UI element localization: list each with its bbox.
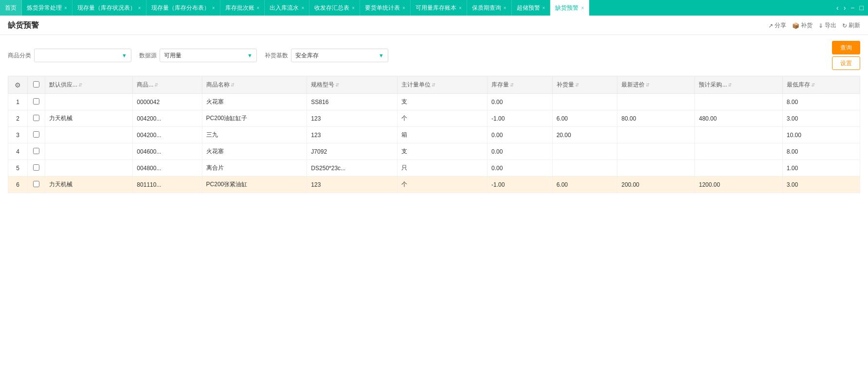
export-btn[interactable]: ⇓ 导出: [818, 21, 836, 30]
cell-check[interactable]: [28, 127, 45, 143]
cell-last-price: [617, 160, 695, 176]
cell-check[interactable]: [28, 160, 45, 176]
cell-spec: J7092: [307, 143, 398, 160]
tab-keyong[interactable]: 可用量库存账本×: [411, 0, 467, 16]
prev-tab-btn[interactable]: ‹: [834, 0, 841, 16]
row-checkbox-4[interactable]: [33, 164, 39, 171]
cell-spec: SS816: [307, 94, 398, 110]
next-tab-btn[interactable]: ›: [841, 0, 849, 16]
cell-stock: -1.00: [488, 110, 553, 127]
cell-last-price: [617, 127, 695, 143]
sort-stock-icon[interactable]: ⇵: [510, 82, 514, 88]
table-container: ⚙ 默认供应... ⇵ 商品... ⇵: [0, 76, 868, 193]
tab-close-chaoe[interactable]: ×: [542, 5, 545, 11]
cell-code: 004200...: [133, 110, 202, 127]
replenish-base-value: 安全库存: [295, 52, 319, 60]
tab-quehuo[interactable]: 缺货预警×: [550, 0, 589, 16]
cell-seq: 6: [8, 176, 28, 193]
cell-replenish: 20.00: [552, 127, 617, 143]
cell-stock: 0.00: [488, 94, 553, 110]
tab-chaoe[interactable]: 超储预警×: [512, 0, 551, 16]
tabs-container: 首页炼货异常处理×现存量（库存状况表）×现存量（库存分布表）×库存批次账×出入库…: [0, 0, 589, 16]
tab-kucun[interactable]: 库存批次账×: [220, 0, 265, 16]
cell-check[interactable]: [28, 110, 45, 127]
cell-unit: 个: [398, 110, 488, 127]
tab-close-quehuo[interactable]: ×: [581, 5, 584, 11]
tab-baozhi[interactable]: 保质期查询×: [467, 0, 512, 16]
tab-close-xianzun1[interactable]: ×: [138, 5, 141, 11]
share-btn[interactable]: ↗ 分享: [768, 21, 786, 30]
col-header-min-stock: 最低库存 ⇵: [782, 76, 860, 94]
replenish-base-select[interactable]: 安全库存 ▼: [291, 49, 388, 62]
cell-est-purchase: [695, 143, 782, 160]
filter-area: 商品分类 ▼ 数据源 可用量 ▼ 补货基数 安全库存 ▼ 查询 设置: [0, 35, 868, 76]
tab-close-shouhuo[interactable]: ×: [352, 5, 355, 11]
refresh-btn[interactable]: ↻ 刷新: [842, 21, 860, 30]
tab-close-chuku[interactable]: ×: [301, 5, 304, 11]
tab-chuku[interactable]: 出入库流水×: [265, 0, 309, 16]
query-button[interactable]: 查询: [832, 41, 860, 54]
replenish-btn[interactable]: 📦 补货: [792, 21, 813, 30]
sort-purchase-icon[interactable]: ⇵: [728, 82, 732, 88]
datasource-select[interactable]: 可用量 ▼: [160, 49, 257, 62]
sort-spec-icon[interactable]: ⇵: [335, 82, 339, 88]
cell-name: 三九: [202, 127, 307, 143]
tab-close-baozhi[interactable]: ×: [504, 5, 506, 11]
cell-min-stock: 1.00: [782, 160, 860, 176]
table-row[interactable]: 3004200...三九123箱0.0020.0010.00: [8, 127, 860, 143]
sort-price-icon[interactable]: ⇵: [646, 82, 650, 88]
category-select[interactable]: ▼: [34, 49, 131, 62]
tab-close-keyong[interactable]: ×: [459, 5, 462, 11]
export-icon: ⇓: [818, 22, 823, 29]
table-row[interactable]: 2力天机械004200...PC200油缸缸子123个-1.006.0080.0…: [8, 110, 860, 127]
cell-check[interactable]: [28, 94, 45, 110]
row-checkbox-5[interactable]: [33, 181, 39, 187]
table-header-row: ⚙ 默认供应... ⇵ 商品... ⇵: [8, 76, 860, 94]
page-container: 缺货预警 ↗ 分享 📦 补货 ⇓ 导出 ↻ 刷新 商品分类: [0, 16, 868, 387]
cell-last-price: 200.00: [617, 176, 695, 193]
cell-unit: 只: [398, 160, 488, 176]
settings-button[interactable]: 设置: [832, 56, 860, 70]
cell-check[interactable]: [28, 176, 45, 193]
table-row[interactable]: 5004800...离合片DS250*23c...只0.001.00: [8, 160, 860, 176]
cell-seq: 4: [8, 143, 28, 160]
cell-replenish: 6.00: [552, 110, 617, 127]
tab-close-xianzun2[interactable]: ×: [212, 5, 215, 11]
table-row[interactable]: 6力天机械801110...PC200张紧油缸123个-1.006.00200.…: [8, 176, 860, 193]
tab-close-lianyao[interactable]: ×: [64, 5, 67, 11]
sort-replenish-icon[interactable]: ⇵: [575, 82, 579, 88]
cell-name: PC200油缸缸子: [202, 110, 307, 127]
tab-close-yaohuo[interactable]: ×: [402, 5, 405, 11]
table-body: 10000042火花塞SS816支0.008.002力天机械004200...P…: [8, 94, 860, 193]
row-checkbox-1[interactable]: [33, 115, 39, 121]
sort-unit-icon[interactable]: ⇵: [432, 82, 435, 88]
tab-yaohuo[interactable]: 要货单统计表×: [360, 0, 411, 16]
cell-last-price: [617, 94, 695, 110]
col-header-est-purchase: 预计采购... ⇵: [695, 76, 782, 94]
row-checkbox-0[interactable]: [33, 98, 39, 105]
gear-icon[interactable]: ⚙: [15, 81, 21, 89]
tab-xianzun2[interactable]: 现存量（库存分布表）×: [146, 0, 220, 16]
tab-shouhuo[interactable]: 收发存汇总表×: [309, 0, 360, 16]
sort-supplier-icon[interactable]: ⇵: [78, 82, 82, 88]
minimize-btn[interactable]: −: [848, 0, 857, 16]
sort-min-stock-icon[interactable]: ⇵: [811, 82, 815, 88]
sort-code-icon[interactable]: ⇵: [154, 82, 158, 88]
tab-close-kucun[interactable]: ×: [257, 5, 260, 11]
table-row[interactable]: 4004600...火花塞J7092支0.008.00: [8, 143, 860, 160]
row-checkbox-3[interactable]: [33, 148, 39, 154]
page-title: 缺货预警: [8, 20, 39, 31]
row-checkbox-2[interactable]: [33, 131, 39, 138]
cell-check[interactable]: [28, 143, 45, 160]
replenish-icon: 📦: [792, 22, 799, 29]
table-row[interactable]: 10000042火花塞SS816支0.008.00: [8, 94, 860, 110]
col-header-settings[interactable]: ⚙: [8, 76, 28, 94]
cell-replenish: [552, 160, 617, 176]
tab-lianyao[interactable]: 炼货异常处理×: [22, 0, 72, 16]
col-header-spec: 规格型号 ⇵: [307, 76, 398, 94]
tab-home[interactable]: 首页: [0, 0, 22, 16]
sort-name-icon[interactable]: ⇵: [231, 82, 235, 88]
maximize-btn[interactable]: □: [857, 0, 866, 16]
tab-xianzun1[interactable]: 现存量（库存状况表）×: [72, 0, 146, 16]
select-all-checkbox[interactable]: [33, 81, 39, 88]
